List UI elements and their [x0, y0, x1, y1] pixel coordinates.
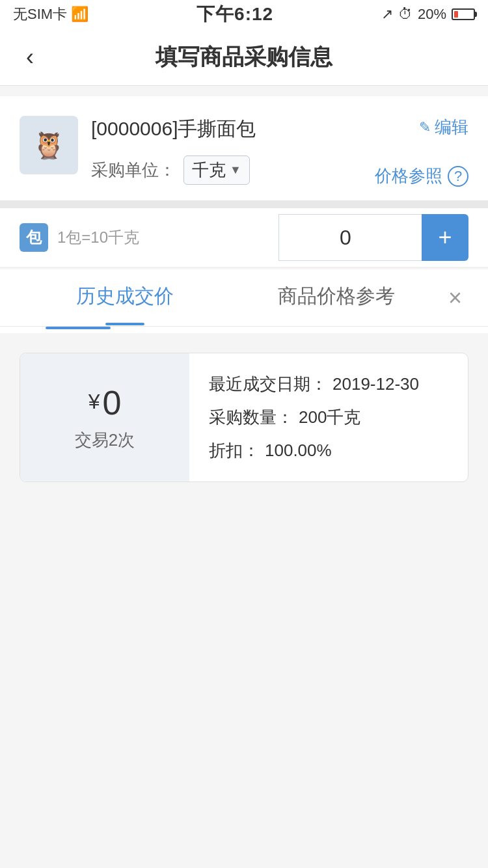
- location-icon: ↗: [381, 6, 393, 23]
- nav-bar: ‹ 填写商品采购信息: [0, 29, 488, 86]
- product-info: [0000006]手撕面包 采购单位： 千克 ▼: [91, 116, 256, 185]
- history-price-display: ¥ 0: [88, 383, 122, 422]
- product-top: 🦉 [0000006]手撕面包 采购单位： 千克 ▼ ✎ 编辑 价格参照: [20, 116, 468, 187]
- unit-label-text: 采购单位：: [91, 159, 176, 182]
- discount-label: 折扣：: [209, 439, 260, 462]
- tab-history-label: 历史成交价: [76, 285, 174, 306]
- product-left: 🦉 [0000006]手撕面包 采购单位： 千克 ▼: [20, 116, 256, 185]
- purchase-qty-value: 200千克: [299, 406, 360, 429]
- status-time: 下午6:12: [197, 2, 273, 27]
- unit-box: 包: [20, 223, 48, 252]
- battery-icon: [452, 8, 475, 20]
- tab-bar: 历史成交价 商品价格参考 ×: [0, 269, 488, 327]
- history-card: ¥ 0 交易2次 最近成交日期： 2019-12-30 采购数量： 200千克 …: [20, 353, 468, 482]
- quantity-plus-button[interactable]: +: [422, 214, 468, 261]
- unit-dropdown[interactable]: 千克 ▼: [183, 156, 250, 185]
- alarm-icon: ⏱: [398, 6, 413, 23]
- quantity-row: 包 1包=10千克 +: [0, 208, 488, 267]
- price-ref-button[interactable]: 价格参照 ?: [375, 165, 468, 187]
- quantity-input[interactable]: [278, 214, 422, 261]
- price-ref-help-icon: ?: [448, 166, 468, 187]
- unit-label-group: 包 1包=10千克: [20, 223, 139, 252]
- section-divider: [0, 200, 488, 208]
- product-logo-icon: 🦉: [33, 130, 65, 161]
- battery-percent: 20%: [418, 6, 446, 23]
- dropdown-arrow-icon: ▼: [230, 163, 241, 177]
- discount-row: 折扣： 100.00%: [209, 439, 448, 462]
- product-actions: ✎ 编辑 价格参照 ?: [375, 116, 468, 187]
- tab-history-price[interactable]: 历史成交价: [20, 283, 230, 312]
- tab-underline-container: [0, 327, 488, 333]
- history-price-panel: ¥ 0 交易2次: [20, 353, 189, 481]
- quantity-control: +: [278, 214, 468, 261]
- price-ref-label: 价格参照: [375, 165, 442, 187]
- unit-value: 千克: [192, 159, 226, 182]
- trades-count: 交易2次: [75, 429, 135, 452]
- discount-value: 100.00%: [265, 441, 332, 461]
- tab-close-button[interactable]: ×: [442, 278, 468, 318]
- recent-date-label: 最近成交日期：: [209, 373, 327, 396]
- edit-label: 编辑: [435, 116, 468, 139]
- page-title: 填写商品采购信息: [156, 42, 332, 72]
- tab-price-ref-label: 商品价格参考: [278, 285, 395, 306]
- unit-conversion-text: 1包=10千克: [57, 227, 139, 248]
- unit-box-label: 包: [26, 227, 42, 248]
- status-right: ↗ ⏱ 20%: [381, 6, 475, 23]
- thin-divider: [0, 267, 488, 268]
- carrier-text: 无SIM卡 📶: [13, 5, 88, 24]
- back-button[interactable]: ‹: [20, 37, 40, 77]
- edit-icon: ✎: [419, 119, 431, 136]
- status-left: 无SIM卡 📶: [13, 5, 88, 24]
- tab-price-ref[interactable]: 商品价格参考: [230, 283, 441, 312]
- plus-icon: +: [438, 224, 452, 251]
- product-name: [0000006]手撕面包: [91, 116, 256, 142]
- recent-date-row: 最近成交日期： 2019-12-30: [209, 373, 448, 396]
- recent-date-value: 2019-12-30: [332, 374, 419, 394]
- history-details-panel: 最近成交日期： 2019-12-30 采购数量： 200千克 折扣： 100.0…: [189, 353, 468, 481]
- product-unit-row: 采购单位： 千克 ▼: [91, 156, 256, 185]
- edit-button[interactable]: ✎ 编辑: [419, 116, 468, 139]
- price-currency-symbol: ¥: [88, 390, 100, 414]
- status-bar: 无SIM卡 📶 下午6:12 ↗ ⏱ 20%: [0, 0, 488, 29]
- price-amount: 0: [102, 383, 121, 422]
- purchase-qty-label: 采购数量：: [209, 406, 293, 429]
- product-thumbnail: 🦉: [20, 116, 78, 174]
- product-card: 🦉 [0000006]手撕面包 采购单位： 千克 ▼ ✎ 编辑 价格参照: [0, 96, 488, 200]
- purchase-qty-row: 采购数量： 200千克: [209, 406, 448, 429]
- active-tab-underline: [46, 327, 111, 329]
- content-area: ¥ 0 交易2次 最近成交日期： 2019-12-30 采购数量： 200千克 …: [0, 333, 488, 724]
